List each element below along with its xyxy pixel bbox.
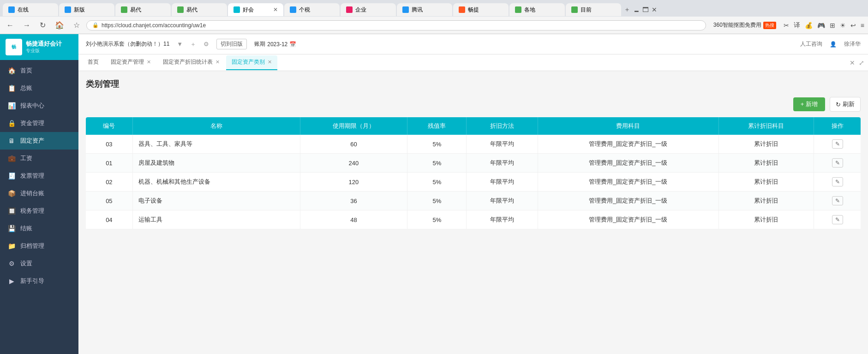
tab-depreciation-close[interactable]: ✕ [216,59,220,65]
logo-text: 畅捷通好会计 [26,40,62,48]
cell-action[interactable]: ✎ [814,173,861,192]
sidebar-item-tax[interactable]: 🔲 税务管理 [0,202,78,220]
cell-rate: 5% [407,173,467,192]
cell-code: 03 [86,135,132,154]
cell-accumulated: 累计折旧 [718,173,814,192]
refresh-icon: ↻ [836,101,841,108]
cell-accumulated: 累计折旧 [718,135,814,154]
tab-home[interactable]: 首页 [82,55,104,70]
cell-expense: 管理费用_固定资产折旧_一级 [538,154,718,173]
sidebar-item-funds[interactable]: 🔒 资金管理 [0,114,78,132]
edit-btn[interactable]: ✎ [832,177,843,186]
table-row: 04 运输工具 48 5% 年限平均 管理费用_固定资产折旧_一级 累计折旧 ✎ [86,210,861,229]
sidebar-item-reports[interactable]: 📊 报表中心 [0,97,78,114]
browser-tab-1[interactable]: 在线 [3,3,58,16]
app-container: 畅 畅捷通好会计 专业版 🏠 首页 📋 总账 📊 报表中心 🔒 资金管理 [0,34,868,354]
edit-btn[interactable]: ✎ [832,196,843,205]
cell-rate: 5% [407,192,467,210]
new-tab-btn[interactable]: ＋ [624,6,630,14]
browser-tab-8[interactable]: 腾讯 [397,3,452,16]
sidebar-item-archive[interactable]: 📁 归档管理 [0,237,78,255]
home-icon: 🏠 [7,66,16,75]
cell-code: 04 [86,210,132,229]
browser-tab-3[interactable]: 易代 [115,3,171,16]
browser-tab-6[interactable]: 个税 [284,3,340,16]
browser-tab-5[interactable]: 好会 ✕ [228,3,283,16]
sidebar-item-home[interactable]: 🏠 首页 [0,62,78,79]
add-btn[interactable]: + 新增 [793,97,825,111]
bookmark-btn[interactable]: ☆ [71,20,83,30]
tabs-bar: 首页 固定资产管理 ✕ 固定资产折旧统计表 ✕ 固定资产类别 ✕ ✕ ⤢ [78,54,868,71]
sidebar-item-salary[interactable]: 💼 工资 [0,150,78,167]
cell-action[interactable]: ✎ [814,210,861,229]
maximize-btn[interactable]: 🗖 [642,6,649,13]
refresh-nav-btn[interactable]: ↻ [37,20,48,30]
cell-method: 年限平均 [467,154,538,173]
back-btn[interactable]: ← [4,20,17,30]
archive-icon: 📁 [7,242,16,250]
edit-btn[interactable]: ✎ [832,158,843,168]
period-label: 账期 [254,40,265,48]
table-row: 01 房屋及建筑物 240 5% 年限平均 管理费用_固定资产折旧_一级 累计折… [86,154,861,173]
tab-window-close[interactable]: ✕ [850,59,855,66]
data-table: 编号 名称 使用期限（月） 残值率 折旧方法 费用科目 累计折旧科目 操作 03… [86,117,861,229]
edit-btn[interactable]: ✎ [832,139,843,149]
sidebar-item-tax-label: 税务管理 [20,207,44,215]
col-code: 编号 [86,117,132,135]
purchase-icon: 📦 [7,189,16,198]
browser-tab-9[interactable]: 畅提 [453,3,509,16]
consult-label[interactable]: 人工咨询 [800,40,822,48]
sidebar-item-settings[interactable]: ⚙ 设置 [0,255,78,272]
sidebar-item-purchase-label: 进销台账 [20,189,44,198]
sidebar-item-invoice[interactable]: 🧾 发票管理 [0,167,78,185]
tab-asset-mgmt-close[interactable]: ✕ [147,59,151,65]
cell-action[interactable]: ✎ [814,154,861,173]
home-btn[interactable]: 🏠 [52,20,67,30]
minimize-btn[interactable]: 🗕 [633,6,640,13]
browser-tab-10[interactable]: 各地 [509,3,565,16]
browser-tab-11[interactable]: 目前 [566,3,621,16]
cell-action[interactable]: ✎ [814,135,861,154]
browser-tab-2[interactable]: 新版 [59,3,114,16]
table-header: 编号 名称 使用期限（月） 残值率 折旧方法 费用科目 累计折旧科目 操作 [86,117,861,135]
reports-icon: 📊 [7,102,16,110]
sidebar-item-archive-label: 归档管理 [20,242,44,250]
dropdown-arrow[interactable]: ▼ [177,41,183,48]
tab-depreciation[interactable]: 固定资产折旧统计表 ✕ [157,55,225,70]
cell-months: 240 [300,154,407,173]
tab-asset-mgmt[interactable]: 固定资产管理 ✕ [105,55,156,70]
browser-tab-4[interactable]: 易代 [172,3,227,16]
browser-tab-4-label: 易代 [186,6,198,14]
logo-icon-text: 畅 [12,44,16,50]
sidebar-item-assets[interactable]: 🖥 固定资产 [0,132,78,150]
cell-rate: 5% [407,154,467,173]
switch-version-btn[interactable]: 切到旧版 [216,39,247,49]
browser-tab-7[interactable]: 企业 [341,3,396,16]
sidebar-item-invoice-label: 发票管理 [20,172,44,180]
menu-icon[interactable]: ≡ [861,22,864,29]
invoice-icon: 🧾 [7,172,16,180]
game-icon: 🎮 [817,22,825,29]
calendar-icon[interactable]: 📅 [289,41,296,48]
sidebar-item-ledger[interactable]: 📋 总账 [0,79,78,97]
address-input[interactable]: 🔒 https://cloud.chanjet.com/accounting/u… [86,20,706,30]
add-user-btn[interactable]: ＋ [190,40,196,48]
sidebar-item-purchase[interactable]: 📦 进销台账 [0,185,78,202]
salary-icon: 💼 [7,154,16,162]
tab-category-close[interactable]: ✕ [268,59,272,65]
wallet-icon: 💰 [805,22,813,29]
settings-header-btn[interactable]: ⚙ [204,41,209,48]
tab-category[interactable]: 固定资产类别 ✕ [226,55,277,70]
tab-window-expand[interactable]: ⤢ [859,59,864,66]
translate-icon[interactable]: 译 [794,21,800,30]
main-content: 刘小艳演示系套（勿删勿动！）11 ▼ ＋ ⚙ 切到旧版 账期 2023-12 📅… [78,34,868,354]
refresh-btn[interactable]: ↻ 刷新 [830,97,861,112]
sidebar-item-guide[interactable]: ▶ 新手引导 [0,272,78,290]
close-btn[interactable]: ✕ [652,6,657,13]
sidebar-item-checkout[interactable]: 💾 结账 [0,220,78,237]
logo-text-block: 畅捷通好会计 专业版 [26,40,62,54]
browser-tab-5-close[interactable]: ✕ [273,6,278,13]
cell-action[interactable]: ✎ [814,192,861,210]
forward-btn[interactable]: → [20,20,33,30]
edit-btn[interactable]: ✎ [832,215,843,224]
